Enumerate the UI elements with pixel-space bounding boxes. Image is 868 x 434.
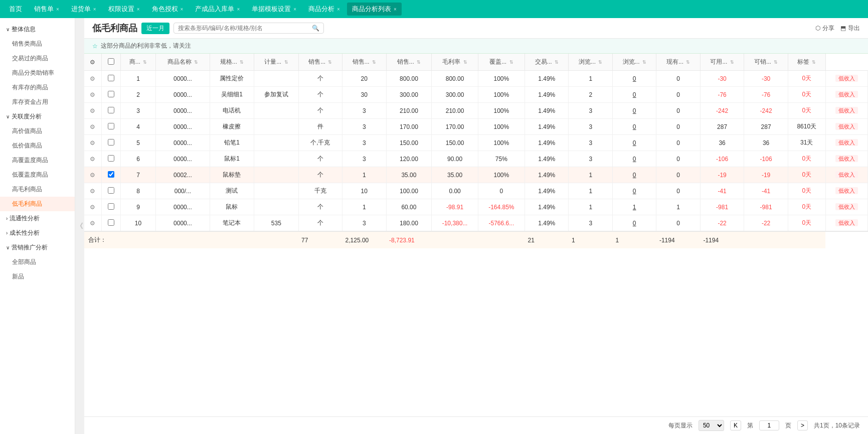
sidebar-item-high-margin[interactable]: 高毛利商品 [0, 182, 75, 197]
nav-role-auth-close[interactable]: × [181, 7, 184, 12]
cell-checkbox[interactable] [101, 151, 120, 167]
browse1-link[interactable]: 0 [633, 75, 636, 82]
row-checkbox-6[interactable] [108, 171, 114, 178]
sort-icon-code[interactable]: ⇅ [143, 60, 147, 65]
nav-sales-order[interactable]: 销售单 × [29, 3, 64, 16]
sort-icon-coverage[interactable]: ⇅ [509, 60, 513, 65]
browse1-link[interactable]: 0 [633, 188, 636, 195]
row-settings-icon[interactable]: ⚙ [90, 107, 95, 114]
row-settings-icon[interactable]: ⚙ [90, 75, 95, 82]
col-transaction[interactable]: 交易... ⇅ [525, 54, 569, 71]
col-available[interactable]: 可用... ⇅ [700, 54, 744, 71]
nav-role-auth[interactable]: 角色授权 × [147, 3, 189, 16]
browse1-link[interactable]: 0 [633, 139, 636, 147]
sidebar-item-low-value[interactable]: 低价值商品 [0, 138, 75, 153]
nav-permission-close[interactable]: × [137, 7, 140, 12]
page-size-select[interactable]: 50 100 200 [699, 420, 724, 431]
col-sales1[interactable]: 销售... ⇅ [298, 54, 342, 71]
nav-permission[interactable]: 权限设置 × [103, 3, 145, 16]
row-settings-icon[interactable]: ⚙ [90, 91, 95, 98]
row-settings-icon[interactable]: ⚙ [90, 220, 95, 227]
col-unit[interactable]: 计量... ⇅ [254, 54, 298, 71]
sidebar-group-correlation[interactable]: ∨ 关联度分析 [0, 109, 75, 124]
col-browse1[interactable]: 浏览... ⇅ [569, 54, 612, 71]
row-settings-icon[interactable]: ⚙ [90, 123, 95, 130]
sort-icon-browse2[interactable]: ⇅ [642, 60, 646, 65]
sort-icon-sales2[interactable]: ⇅ [372, 60, 376, 65]
cell-checkbox[interactable] [101, 119, 120, 135]
sidebar-item-inventory-capital[interactable]: 库存资金占用 [0, 95, 75, 109]
browse1-link[interactable]: 0 [633, 107, 636, 114]
data-table-container[interactable]: ⚙ 商... ⇅ 商品名称 ⇅ [84, 54, 868, 416]
nav-product-analysis[interactable]: 商品分析 × [303, 3, 345, 16]
cell-browse1[interactable]: 0 [612, 151, 656, 167]
sort-icon-current[interactable]: ⇅ [686, 60, 690, 65]
browse1-link[interactable]: 0 [633, 91, 636, 98]
col-coverage[interactable]: 覆盖... ⇅ [478, 54, 525, 71]
sidebar-item-new-goods[interactable]: 新品 [0, 269, 75, 284]
row-checkbox-8[interactable] [108, 203, 114, 210]
cell-checkbox[interactable] [101, 71, 120, 87]
row-checkbox-5[interactable] [108, 155, 114, 162]
nav-template-settings[interactable]: 单据模板设置 × [247, 3, 301, 16]
date-filter-button[interactable]: 近一月 [141, 23, 169, 34]
export-button[interactable]: ⬒ 导出 [840, 24, 860, 33]
cell-checkbox[interactable] [101, 215, 120, 232]
sidebar-item-high-value[interactable]: 高价值商品 [0, 124, 75, 138]
col-saleable[interactable]: 可销... ⇅ [744, 54, 788, 71]
nav-home[interactable]: 首页 [4, 3, 27, 16]
cell-browse1[interactable]: 1 [612, 199, 656, 215]
nav-sales-order-close[interactable]: × [56, 7, 59, 12]
browse1-link[interactable]: 1 [633, 204, 636, 211]
row-checkbox-1[interactable] [108, 91, 114, 97]
sort-icon-sales3[interactable]: ⇅ [417, 60, 421, 65]
nav-product-analysis-list[interactable]: 商品分析列表 × [347, 3, 402, 16]
sort-icon-tag[interactable]: ⇅ [812, 60, 816, 65]
nav-product-analysis-close[interactable]: × [337, 7, 340, 12]
sidebar-item-in-stock[interactable]: 有库存的商品 [0, 80, 75, 95]
sort-icon-gross-margin[interactable]: ⇅ [463, 60, 467, 65]
row-checkbox-9[interactable] [108, 219, 114, 226]
cell-checkbox[interactable] [101, 135, 120, 151]
first-page-button[interactable]: K [730, 420, 741, 430]
row-settings-icon[interactable]: ⚙ [90, 156, 95, 163]
cell-checkbox[interactable] [101, 199, 120, 215]
page-number-input[interactable] [759, 420, 779, 430]
row-settings-icon[interactable]: ⚙ [90, 188, 95, 195]
nav-product-entry-close[interactable]: × [237, 7, 240, 12]
col-browse2[interactable]: 浏览... ⇅ [612, 54, 656, 71]
row-settings-icon[interactable]: ⚙ [90, 172, 95, 179]
nav-template-settings-close[interactable]: × [293, 7, 296, 12]
sort-icon-unit[interactable]: ⇅ [284, 60, 288, 65]
row-settings-icon[interactable]: ⚙ [90, 204, 95, 211]
cell-browse1[interactable]: 0 [612, 135, 656, 151]
sort-icon-name[interactable]: ⇅ [194, 60, 198, 65]
search-icon[interactable]: 🔍 [312, 25, 319, 32]
cell-checkbox[interactable] [101, 183, 120, 199]
sidebar-group-marketing[interactable]: ∨ 营销推广分析 [0, 240, 75, 255]
cell-browse1[interactable]: 0 [612, 119, 656, 135]
browse1-link[interactable]: 0 [633, 220, 636, 227]
cell-checkbox[interactable] [101, 103, 120, 119]
cell-checkbox[interactable] [101, 87, 120, 103]
col-current[interactable]: 现有... ⇅ [656, 54, 700, 71]
browse1-link[interactable]: 0 [633, 172, 636, 179]
row-checkbox-2[interactable] [108, 107, 114, 113]
sort-icon-saleable[interactable]: ⇅ [774, 60, 778, 65]
nav-purchase-order[interactable]: 进货单 × [66, 3, 101, 16]
row-checkbox-7[interactable] [108, 187, 114, 194]
sort-icon-sales1[interactable]: ⇅ [328, 60, 332, 65]
sidebar-item-category-rate[interactable]: 商品分类助销率 [0, 66, 75, 80]
cell-browse1[interactable]: 0 [612, 87, 656, 103]
share-button[interactable]: ⬡ 分享 [815, 24, 834, 33]
row-checkbox-4[interactable] [108, 139, 114, 146]
row-settings-icon[interactable]: ⚙ [90, 139, 95, 147]
col-gross-margin[interactable]: 毛利率 ⇅ [432, 54, 478, 71]
sidebar-item-sales-goods[interactable]: 销售类商品 [0, 37, 75, 51]
col-sales3[interactable]: 销售... ⇅ [386, 54, 432, 71]
col-sales2[interactable]: 销售... ⇅ [342, 54, 386, 71]
select-all-checkbox[interactable] [108, 58, 114, 65]
cell-browse1[interactable]: 0 [612, 183, 656, 199]
cell-browse1[interactable]: 0 [612, 103, 656, 119]
row-checkbox-0[interactable] [108, 75, 114, 81]
